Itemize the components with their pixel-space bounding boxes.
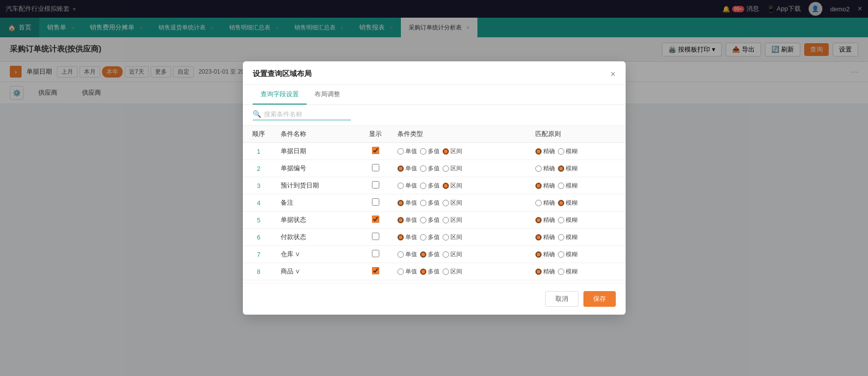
dialog-tab-layout[interactable]: 布局调整 — [307, 85, 348, 104]
modal-overlay: 设置查询区域布局 × 查询字段设置 布局调整 🔍 — [0, 0, 868, 104]
dialog-body: 查询字段设置 布局调整 🔍 顺序 条件名称 显示 — [243, 85, 626, 104]
dialog-tabs: 查询字段设置 布局调整 — [243, 85, 626, 104]
settings-dialog: 设置查询区域布局 × 查询字段设置 布局调整 🔍 — [243, 61, 626, 104]
dialog-close-btn[interactable]: × — [610, 70, 616, 79]
dialog-title: 设置查询区域布局 — [253, 69, 312, 79]
dialog-tab-fields[interactable]: 查询字段设置 — [253, 85, 307, 104]
dialog-header: 设置查询区域布局 × — [243, 61, 626, 85]
